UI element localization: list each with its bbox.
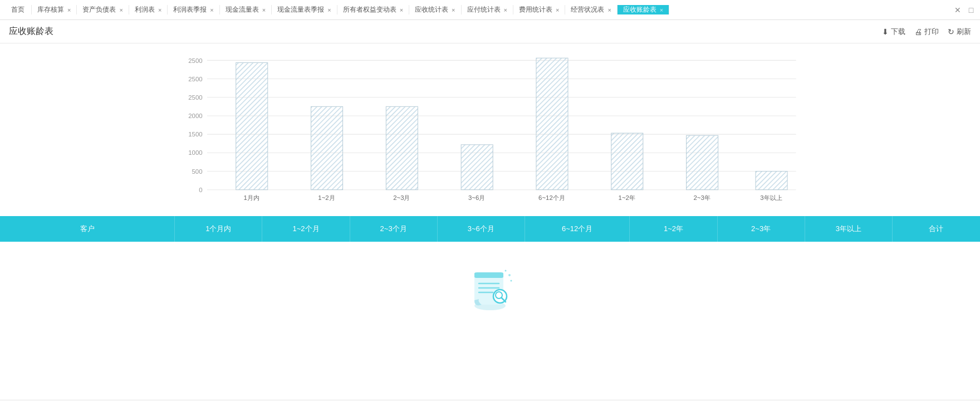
- tab-close-8[interactable]: ×: [504, 7, 507, 13]
- print-button[interactable]: 🖨 打印: [914, 27, 939, 37]
- tab-7[interactable]: 应收统计表×: [409, 5, 461, 14]
- refresh-icon: ↻: [948, 27, 954, 36]
- svg-text:2500: 2500: [188, 94, 202, 101]
- tab-home[interactable]: 首页: [4, 5, 32, 14]
- tab-label-3: 利润表季报: [173, 5, 207, 14]
- chart-area: 2500 2500 2500 2000 1500 1000 500 0 1月内: [0, 43, 980, 216]
- bar-6-12-month: [536, 58, 568, 189]
- chart-container: 2500 2500 2500 2000 1500 1000 500 0 1月内: [17, 55, 963, 211]
- tab-close-2[interactable]: ×: [158, 7, 161, 13]
- table-header-cell-3: 2~3个月: [350, 216, 438, 242]
- tab-close-5[interactable]: ×: [327, 7, 331, 13]
- bar-2-3-month: [386, 106, 418, 189]
- tab-6[interactable]: 所有者权益变动表×: [337, 5, 409, 14]
- chart-svg: 2500 2500 2500 2000 1500 1000 500 0 1月内: [17, 55, 963, 211]
- page-header: 应收账龄表 ⬇ 下载 🖨 打印 ↻ 刷新: [0, 20, 980, 43]
- empty-state-icon: [462, 264, 518, 314]
- tab-close-4[interactable]: ×: [262, 7, 266, 13]
- table-header-cell-5: 6~12个月: [525, 216, 630, 242]
- table-header-cell-0: 客户: [0, 216, 175, 242]
- bar-1-2-month: [311, 106, 343, 189]
- tab-4[interactable]: 现金流量表×: [220, 5, 272, 14]
- table-header-cell-8: 3年以上: [805, 216, 893, 242]
- tab-close-9[interactable]: ×: [556, 7, 559, 13]
- close-window-button[interactable]: ✕: [953, 6, 962, 14]
- svg-text:2~3年: 2~3年: [693, 194, 710, 201]
- header-actions: ⬇ 下载 🖨 打印 ↻ 刷新: [882, 27, 971, 37]
- svg-text:3年以上: 3年以上: [760, 194, 782, 201]
- window-controls: ✕ □: [953, 6, 976, 14]
- svg-text:2500: 2500: [188, 57, 202, 64]
- print-label: 打印: [924, 27, 939, 37]
- tab-label-11: 应收账龄表: [623, 5, 656, 14]
- tab-5[interactable]: 现金流量表季报×: [272, 5, 337, 14]
- svg-text:0: 0: [199, 187, 202, 193]
- svg-point-36: [505, 270, 507, 272]
- tab-11[interactable]: 应收账龄表×: [618, 5, 669, 14]
- svg-text:3~6月: 3~6月: [468, 194, 485, 201]
- tab-0[interactable]: 库存核算×: [32, 5, 77, 14]
- tab-close-0[interactable]: ×: [67, 7, 71, 13]
- table-header: 客户1个月内1~2个月2~3个月3~6个月6~12个月1~2年2~3年3年以上合…: [0, 216, 980, 242]
- tab-2[interactable]: 利润表×: [129, 5, 168, 14]
- main-content: 2500 2500 2500 2000 1500 1000 500 0 1月内: [0, 43, 980, 399]
- tab-close-10[interactable]: ×: [607, 7, 611, 13]
- download-button[interactable]: ⬇ 下载: [882, 27, 905, 37]
- refresh-label: 刷新: [957, 27, 971, 37]
- svg-text:1~2月: 1~2月: [318, 194, 335, 201]
- svg-point-35: [511, 280, 512, 282]
- tab-label-1: 资产负债表: [82, 5, 116, 14]
- svg-text:2000: 2000: [188, 113, 202, 119]
- tab-close-11[interactable]: ×: [660, 7, 663, 13]
- bar-3plus-year: [756, 171, 787, 189]
- svg-text:2~3月: 2~3月: [393, 194, 410, 201]
- table-header-cell-6: 1~2年: [630, 216, 717, 242]
- svg-text:1500: 1500: [188, 131, 202, 138]
- tab-close-7[interactable]: ×: [452, 7, 455, 13]
- tab-label-9: 费用统计表: [519, 5, 552, 14]
- tab-label-5: 现金流量表季报: [277, 5, 324, 14]
- print-icon: 🖨: [914, 27, 922, 36]
- bar-3-6-month: [461, 145, 493, 190]
- tab-1[interactable]: 资产负债表×: [77, 5, 129, 14]
- tab-bar: 首页 库存核算×资产负债表×利润表×利润表季报×现金流量表×现金流量表季报×所有…: [0, 0, 980, 20]
- tab-label-7: 应收统计表: [415, 5, 448, 14]
- tab-label-4: 现金流量表: [226, 5, 259, 14]
- svg-text:6~12个月: 6~12个月: [538, 194, 565, 201]
- tab-10[interactable]: 经营状况表×: [565, 5, 617, 14]
- tab-home-label: 首页: [11, 5, 24, 14]
- tab-label-2: 利润表: [135, 5, 155, 14]
- maximize-window-button[interactable]: □: [967, 6, 976, 14]
- svg-text:1~2年: 1~2年: [619, 194, 635, 201]
- tab-label-8: 应付统计表: [467, 5, 501, 14]
- table-header-cell-1: 1个月内: [175, 216, 262, 242]
- refresh-button[interactable]: ↻ 刷新: [948, 27, 971, 37]
- download-label: 下载: [891, 27, 905, 37]
- svg-text:2500: 2500: [188, 76, 202, 82]
- tab-8[interactable]: 应付统计表×: [462, 5, 513, 14]
- svg-point-34: [508, 274, 511, 276]
- bar-1-2-year: [611, 133, 643, 190]
- table-header-cell-4: 3~6个月: [438, 216, 525, 242]
- bar-2-3-year: [687, 135, 718, 189]
- svg-text:1月内: 1月内: [244, 194, 259, 201]
- tab-9[interactable]: 费用统计表×: [513, 5, 565, 14]
- tab-close-3[interactable]: ×: [210, 7, 213, 13]
- svg-text:1000: 1000: [188, 149, 202, 156]
- tab-close-6[interactable]: ×: [400, 7, 403, 13]
- tab-close-1[interactable]: ×: [119, 7, 122, 13]
- download-icon: ⬇: [882, 27, 889, 36]
- table-header-cell-9: 合计: [893, 216, 980, 242]
- tab-scroll: 首页 库存核算×资产负债表×利润表×利润表季报×现金流量表×现金流量表季报×所有…: [4, 5, 953, 14]
- bar-1-month: [236, 63, 268, 190]
- svg-rect-27: [474, 272, 503, 278]
- tab-3[interactable]: 利润表季报×: [168, 5, 219, 14]
- page-title: 应收账龄表: [9, 26, 53, 37]
- table-header-cell-2: 1~2个月: [262, 216, 350, 242]
- tab-label-6: 所有者权益变动表: [343, 5, 396, 14]
- svg-text:500: 500: [192, 168, 203, 175]
- tab-label-0: 库存核算: [37, 5, 64, 14]
- empty-state: [0, 242, 980, 325]
- tab-label-10: 经营状况表: [571, 5, 604, 14]
- table-header-cell-7: 2~3年: [718, 216, 805, 242]
